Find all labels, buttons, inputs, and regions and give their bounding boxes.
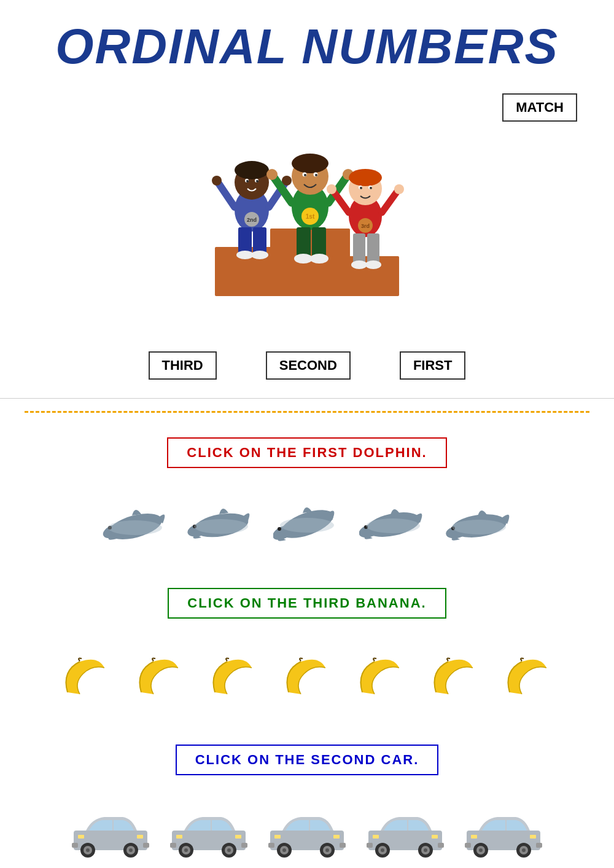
banana-1[interactable]: [58, 652, 114, 702]
car-instruction: CLICK ON THE SECOND CAR.: [176, 745, 439, 775]
banana-exercise: CLICK ON THE THIRD BANANA.: [0, 576, 614, 732]
svg-point-121: [479, 848, 483, 852]
word-first[interactable]: FIRST: [400, 351, 466, 380]
svg-point-33: [294, 254, 313, 264]
car-row: [25, 803, 589, 864]
svg-point-110: [381, 848, 384, 852]
svg-point-17: [251, 251, 268, 259]
dolphin-instruction: CLICK ON THE FIRST DOLPHIN.: [167, 437, 446, 468]
svg-rect-93: [241, 843, 247, 848]
banana-7-svg: [500, 652, 556, 702]
banana-2[interactable]: [132, 652, 187, 702]
banana-6[interactable]: [427, 652, 482, 702]
banana-5-svg: [353, 652, 408, 702]
svg-rect-116: [432, 835, 438, 839]
car-exercise: CLICK ON THE SECOND CAR.: [0, 732, 614, 868]
car-3-svg: [267, 809, 347, 858]
banana-7[interactable]: [500, 652, 556, 702]
svg-point-42: [360, 187, 362, 189]
dotted-divider: [25, 411, 589, 413]
svg-point-26: [315, 174, 317, 176]
svg-point-8: [246, 180, 249, 182]
svg-rect-82: [143, 843, 149, 848]
svg-line-44: [333, 190, 349, 213]
svg-rect-104: [340, 843, 346, 848]
svg-point-65: [280, 518, 334, 533]
svg-rect-128: [471, 835, 477, 839]
podium-image: 2nd 1st: [166, 87, 448, 315]
banana-3-svg: [206, 652, 261, 702]
banana-4[interactable]: [279, 652, 335, 702]
dolphin-5[interactable]: [445, 502, 513, 545]
banana-row: [25, 646, 589, 708]
svg-point-46: [327, 184, 336, 194]
car-3[interactable]: [267, 809, 347, 858]
svg-point-39: [349, 169, 382, 186]
dolphin-4[interactable]: [359, 502, 427, 545]
svg-rect-106: [274, 835, 281, 839]
svg-rect-103: [268, 843, 274, 848]
match-button[interactable]: MATCH: [502, 93, 577, 122]
svg-point-69: [366, 518, 420, 533]
dolphin-3-svg: [273, 502, 341, 545]
word-second[interactable]: SECOND: [266, 351, 351, 380]
banana-3[interactable]: [206, 652, 261, 702]
svg-point-34: [310, 254, 328, 264]
banana-4-svg: [279, 652, 335, 702]
svg-rect-117: [373, 835, 379, 839]
svg-rect-49: [367, 233, 379, 264]
svg-point-51: [365, 260, 381, 269]
svg-rect-92: [170, 843, 176, 848]
svg-rect-115: [438, 843, 444, 848]
car-2[interactable]: [169, 809, 249, 858]
banana-5[interactable]: [353, 652, 408, 702]
banana-instruction: CLICK ON THE THIRD BANANA.: [168, 588, 446, 619]
svg-line-10: [218, 182, 235, 207]
podium-svg: 2nd 1st: [166, 87, 448, 315]
svg-text:2nd: 2nd: [247, 217, 257, 223]
svg-rect-32: [312, 227, 326, 258]
svg-rect-48: [353, 233, 365, 264]
banana-1-svg: [58, 652, 114, 702]
svg-point-80: [129, 848, 133, 852]
dolphin-row: [25, 496, 589, 551]
svg-line-45: [382, 190, 398, 213]
car-4[interactable]: [365, 809, 445, 858]
top-section: 2nd 1st: [0, 81, 614, 333]
dolphin-5-svg: [445, 502, 513, 545]
dolphin-2[interactable]: [187, 502, 255, 545]
word-third[interactable]: THIRD: [149, 351, 217, 380]
svg-rect-94: [235, 835, 241, 839]
svg-point-29: [266, 169, 278, 180]
words-section: THIRD SECOND FIRST: [0, 333, 614, 399]
car-1-svg: [71, 809, 150, 858]
svg-rect-95: [176, 835, 182, 839]
svg-point-16: [236, 251, 254, 259]
svg-rect-126: [536, 843, 542, 848]
svg-rect-84: [78, 835, 84, 839]
dolphin-exercise: CLICK ON THE FIRST DOLPHIN.: [0, 425, 614, 576]
car-1[interactable]: [71, 809, 150, 858]
svg-point-47: [394, 184, 404, 194]
svg-point-77: [86, 848, 90, 852]
svg-rect-125: [465, 843, 471, 848]
svg-point-73: [452, 520, 506, 534]
svg-point-102: [325, 848, 329, 852]
car-4-svg: [365, 809, 445, 858]
svg-text:3rd: 3rd: [361, 223, 370, 229]
svg-text:1st: 1st: [306, 213, 315, 220]
svg-point-50: [351, 260, 367, 269]
car-2-svg: [169, 809, 249, 858]
page-title: ORDINAL NUMBERS: [12, 18, 602, 75]
dolphin-1[interactable]: [101, 502, 169, 545]
svg-point-12: [212, 176, 222, 186]
title-section: ORDINAL NUMBERS: [0, 0, 614, 81]
svg-point-57: [108, 520, 162, 535]
svg-point-124: [522, 848, 526, 852]
car-5[interactable]: [464, 809, 543, 858]
dolphin-2-svg: [187, 502, 255, 545]
svg-rect-105: [333, 835, 340, 839]
dolphin-3[interactable]: [273, 502, 341, 545]
dolphin-4-svg: [359, 502, 427, 545]
svg-point-43: [370, 187, 372, 189]
